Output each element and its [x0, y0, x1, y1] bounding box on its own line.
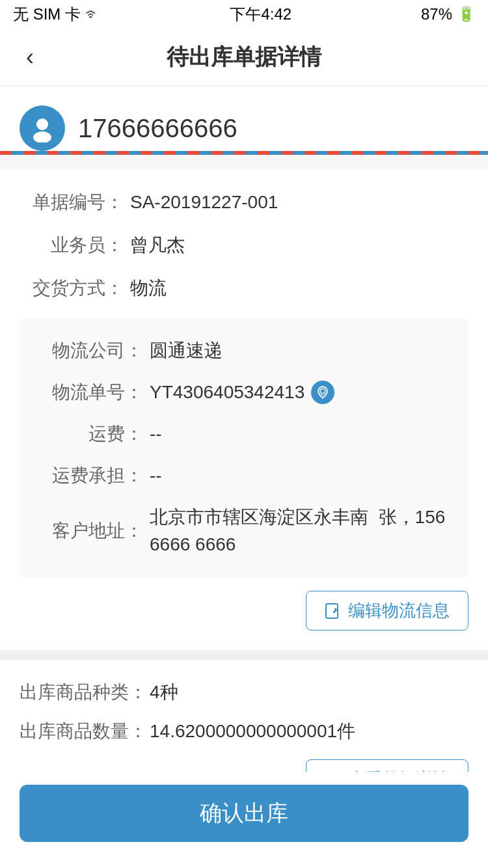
battery-text: 87%	[421, 5, 452, 23]
logistics-company-label: 物流公司：	[39, 337, 143, 364]
status-bar: 无 SIM 卡 ᯤ 下午4:42 87% 🔋	[0, 0, 488, 29]
confirm-outbound-button[interactable]: 确认出库	[20, 785, 468, 842]
edit-logistics-button[interactable]: 编辑物流信息	[306, 591, 468, 631]
staff-label: 业务员：	[20, 232, 124, 259]
address-label: 客户地址：	[39, 517, 143, 545]
user-section: 17666666666	[0, 86, 488, 151]
freight-bear-value: --	[143, 462, 449, 489]
logistics-card: 物流公司： 圆通速递 物流单号： YT43064053424​13 运费： --	[20, 318, 468, 578]
address-row: 客户地址： 北京市市辖区海淀区永丰南 张，156 6666 6666	[39, 504, 449, 558]
order-id-row: 单据编号： SA-20191227-001	[20, 189, 468, 216]
svg-point-1	[33, 131, 51, 142]
logistics-tracking-label: 物流单号：	[39, 379, 143, 406]
goods-type-label: 出库商品种类：	[20, 680, 150, 705]
goods-quantity-value: 14.6200000000000001件	[150, 719, 468, 744]
staff-row: 业务员： 曾凡杰	[20, 232, 468, 259]
logistics-tracking-value: YT43064053424​13	[143, 379, 449, 406]
delivery-label: 交货方式：	[20, 275, 124, 302]
svg-point-3	[321, 389, 325, 393]
logistics-company-row: 物流公司： 圆通速递	[39, 337, 449, 364]
status-left: 无 SIM 卡 ᯤ	[13, 4, 101, 25]
status-time: 下午4:42	[230, 4, 291, 25]
freight-value: --	[143, 420, 449, 448]
goods-type-value: 4种	[150, 680, 468, 705]
confirm-btn-wrap: 确认出库	[0, 772, 488, 868]
order-id-value: SA-20191227-001	[124, 189, 468, 216]
delivery-row: 交货方式： 物流	[20, 275, 468, 302]
freight-bear-label: 运费承担：	[39, 462, 143, 489]
goods-type-row: 出库商品种类： 4种	[20, 680, 468, 705]
location-icon[interactable]	[311, 381, 334, 404]
svg-point-0	[36, 118, 48, 130]
order-id-label: 单据编号：	[20, 189, 124, 216]
page-title: 待出库单据详情	[167, 42, 321, 72]
dashed-divider	[0, 151, 488, 156]
freight-label: 运费：	[39, 420, 143, 448]
address-value: 北京市市辖区海淀区永丰南 张，156 6666 6666	[143, 504, 449, 558]
goods-quantity-label: 出库商品数量：	[20, 719, 150, 744]
sim-wifi-text: 无 SIM 卡 ᯤ	[13, 4, 101, 25]
battery-icon: 🔋	[457, 6, 475, 23]
freight-bear-row: 运费承担： --	[39, 462, 449, 489]
logistics-company-value: 圆通速递	[143, 337, 449, 364]
status-right: 87% 🔋	[421, 5, 475, 23]
section-divider	[0, 650, 488, 660]
goods-quantity-row: 出库商品数量： 14.6200000000000001件	[20, 719, 468, 744]
delivery-value: 物流	[124, 275, 468, 302]
edit-btn-row: 编辑物流信息	[20, 591, 468, 631]
avatar	[20, 105, 65, 151]
freight-row: 运费： --	[39, 420, 449, 448]
nav-bar: ‹ 待出库单据详情	[0, 29, 488, 86]
logistics-tracking-row: 物流单号： YT43064053424​13	[39, 379, 449, 406]
edit-icon	[325, 603, 342, 619]
staff-value: 曾凡杰	[124, 232, 468, 259]
back-button[interactable]: ‹	[20, 37, 40, 77]
person-icon	[28, 114, 57, 142]
user-phone: 17666666666	[78, 114, 237, 143]
order-info-section: 单据编号： SA-20191227-001 业务员： 曾凡杰 交货方式： 物流 …	[0, 169, 488, 650]
